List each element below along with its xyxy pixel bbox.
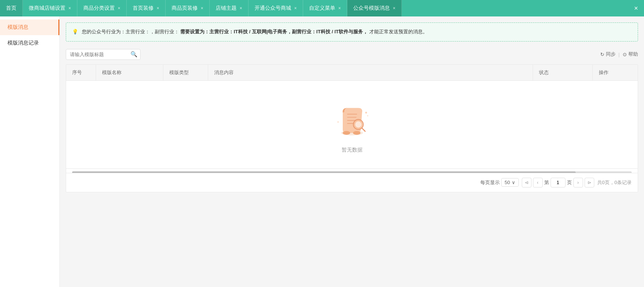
tab-custom-menu-label: 自定义菜单: [309, 5, 335, 12]
tab-home-decor-label: 首页装修: [133, 5, 154, 12]
tab-shop-theme-label: 店铺主题: [216, 5, 237, 12]
prev-page-button[interactable]: ‹: [533, 178, 543, 187]
horizontal-scrollbar[interactable]: [66, 168, 638, 173]
sidebar-item-template-msg[interactable]: 模版消息: [0, 19, 59, 35]
table-header: 序号 模版名称 模版类型 消息内容 状态 操作: [66, 65, 638, 81]
info-suffix: 才能正常发送预置的消息。: [369, 29, 428, 34]
page-word: 第: [544, 179, 549, 186]
close-open-shop-icon[interactable]: ×: [294, 6, 297, 11]
th-index: 序号: [66, 65, 96, 80]
close-category-settings-icon[interactable]: ×: [118, 6, 120, 11]
sync-button[interactable]: ↻ 同步: [600, 51, 616, 58]
search-bar: 🔍 ↻ 同步 | ⊙ 帮助: [66, 49, 638, 60]
close-shop-theme-icon[interactable]: ×: [240, 6, 242, 11]
total-label: 共0页，0条记录: [597, 179, 632, 186]
empty-illustration: [333, 103, 371, 141]
tab-home[interactable]: 首页: [0, 0, 23, 16]
svg-point-8: [355, 121, 361, 128]
topbar: 首页 微商城店铺设置 × 商品分类设置 × 首页装修 × 商品页装修 × 店铺主…: [0, 0, 644, 16]
close-custom-menu-icon[interactable]: ×: [338, 6, 341, 11]
tab-home-decor[interactable]: 首页装修 ×: [127, 0, 166, 16]
tab-product-decor-label: 商品页装修: [172, 5, 198, 12]
svg-point-10: [365, 112, 367, 113]
page-size-label: 每页显示: [480, 179, 500, 186]
sidebar: 模版消息 模版消息记录: [0, 16, 60, 287]
search-input[interactable]: [66, 49, 141, 60]
sidebar-item-template-msg-record[interactable]: 模版消息记录: [0, 35, 59, 51]
tab-product-decor[interactable]: 商品页装修 ×: [166, 0, 210, 16]
search-input-wrap: 🔍: [66, 49, 141, 60]
info-banner: 💡 您的公众号行业为：主营行业：，副营行业： 需要设置为：主营行业：IT科技 /…: [66, 22, 638, 42]
help-label: 帮助: [628, 51, 638, 58]
action-divider: |: [619, 52, 620, 57]
last-page-button[interactable]: ⊳: [585, 178, 594, 187]
first-page-button[interactable]: ⊲: [522, 178, 531, 187]
empty-text: 暂无数据: [342, 147, 363, 153]
next-page-button[interactable]: ›: [573, 178, 583, 187]
main-layout: 模版消息 模版消息记录 💡 您的公众号行业为：主营行业：，副营行业： 需要设置为…: [0, 16, 644, 287]
page-word2: 页: [567, 179, 572, 186]
close-home-decor-icon[interactable]: ×: [157, 6, 159, 11]
tab-open-shop[interactable]: 开通公众号商城 ×: [249, 0, 303, 16]
info-highlight: 需要设置为：主营行业：IT科技 / 互联网|电子商务，副营行业：IT科技 / I…: [180, 29, 368, 34]
th-type: 模版类型: [163, 65, 208, 80]
tab-shop-theme[interactable]: 店铺主题 ×: [210, 0, 249, 16]
th-action: 操作: [593, 65, 638, 80]
chevron-down-icon: ∨: [512, 180, 515, 185]
tab-template-msg-label: 公众号模版消息: [353, 5, 390, 12]
close-product-decor-icon[interactable]: ×: [201, 6, 203, 11]
page-navigation: ⊲ ‹ 第 页 › ⊳: [522, 178, 594, 187]
tab-open-shop-label: 开通公众号商城: [255, 5, 291, 12]
tab-home-label: 首页: [6, 5, 16, 12]
svg-point-2: [353, 131, 360, 135]
tab-custom-menu[interactable]: 自定义菜单 ×: [303, 0, 347, 16]
close-all-button[interactable]: ×: [628, 0, 644, 16]
tab-category-settings-label: 商品分类设置: [83, 5, 115, 12]
table-wrap: 序号 模版名称 模版类型 消息内容 状态 操作: [66, 64, 638, 192]
empty-state: 暂无数据: [66, 81, 638, 168]
pagination: 每页显示 50 ∨ ⊲ ‹ 第 页 › ⊳ 共0页，0条记录: [66, 173, 638, 192]
svg-point-1: [343, 131, 350, 135]
page-size-select: 每页显示 50 ∨: [480, 178, 518, 187]
page-size-value: 50: [505, 180, 510, 185]
help-circle-icon: ⊙: [623, 52, 627, 57]
tab-shop-settings[interactable]: 微商城店铺设置 ×: [23, 0, 77, 16]
info-prefix: 您的公众号行业为：主营行业：，副营行业：: [82, 29, 179, 34]
bulb-icon: 💡: [72, 29, 78, 34]
content-area: 💡 您的公众号行业为：主营行业：，副营行业： 需要设置为：主营行业：IT科技 /…: [60, 16, 644, 287]
th-status: 状态: [533, 65, 593, 80]
sync-label: 同步: [606, 51, 616, 58]
search-actions: ↻ 同步 | ⊙ 帮助: [600, 51, 638, 58]
tab-shop-settings-label: 微商城店铺设置: [29, 5, 65, 12]
page-number-input[interactable]: [551, 178, 566, 187]
help-button[interactable]: ⊙ 帮助: [623, 51, 638, 58]
scrollbar-track: [72, 171, 632, 173]
svg-line-9: [361, 128, 365, 131]
search-icon[interactable]: 🔍: [130, 51, 138, 58]
scrollbar-thumb: [72, 171, 576, 173]
close-shop-settings-icon[interactable]: ×: [68, 6, 71, 11]
tab-category-settings[interactable]: 商品分类设置 ×: [77, 0, 127, 16]
sync-icon: ↻: [600, 52, 604, 57]
th-content: 消息内容: [208, 65, 533, 80]
page-size-dropdown[interactable]: 50 ∨: [501, 178, 518, 187]
close-template-msg-icon[interactable]: ×: [393, 6, 395, 11]
svg-point-12: [337, 121, 339, 123]
tab-template-msg[interactable]: 公众号模版消息 ×: [347, 0, 402, 16]
th-name: 模版名称: [96, 65, 163, 80]
svg-point-11: [367, 115, 368, 116]
